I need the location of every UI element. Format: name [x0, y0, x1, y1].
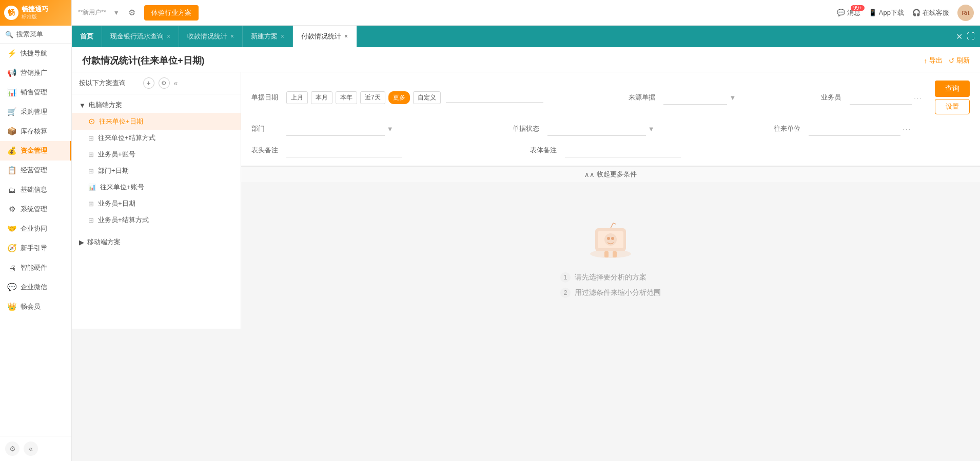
marketing-icon: 📢 [7, 68, 16, 77]
scheme-item-staff-date[interactable]: ⊞ 业务员+日期 [72, 195, 241, 212]
partner-label: 往来单位 [774, 124, 802, 133]
corp-wechat-icon: 💬 [7, 283, 16, 292]
trial-industry-btn[interactable]: 体验行业方案 [144, 5, 199, 21]
collapse-conditions-btn[interactable]: ∧∧ 收起更多条件 [241, 166, 980, 182]
date-this-month-btn[interactable]: 本月 [311, 91, 332, 104]
staff-more-icon[interactable]: ··· [914, 94, 923, 102]
scheme-desktop-header[interactable]: ▼ 电脑端方案 [72, 97, 241, 113]
scheme-item-staff-account[interactable]: ⊞ 业务员+账号 [72, 146, 241, 163]
topbar-dropdown-arrow[interactable]: ▼ [113, 9, 120, 16]
sidebar-item-guide[interactable]: 🧭 新手引导 [0, 238, 71, 258]
sidebar-item-system[interactable]: ⚙ 系统管理 [0, 199, 71, 219]
scheme-item-label: 往来单位+结算方式 [98, 133, 155, 143]
sidebar-item-label: 快捷导航 [21, 49, 47, 58]
tab-new-scheme[interactable]: 新建方案 × [243, 26, 293, 47]
date-custom-btn[interactable]: 自定义 [413, 91, 441, 104]
tab-home[interactable]: 首页 [72, 26, 102, 47]
scheme-desktop-section: ▼ 电脑端方案 ⊙ 往来单位+日期 ⊞ 往来单位+结算方式 ⊞ 业务员+账号 [72, 94, 241, 231]
scheme-item-partner-account[interactable]: 📊 往来单位+账号 [72, 179, 241, 195]
sidebar-item-corp-collab[interactable]: 🤝 企业协同 [0, 219, 71, 238]
topbar-gear-btn[interactable]: ⚙ [125, 6, 139, 20]
sidebar-item-capital[interactable]: 💰 资金管理 [0, 141, 71, 161]
svg-rect-7 [613, 251, 617, 257]
tab-new-scheme-close[interactable]: × [281, 33, 284, 40]
date-range-input[interactable]: 2022-01-01 至 2022-12-31 [446, 93, 543, 103]
app-branding: 畅捷通巧 标准版 [22, 5, 48, 21]
body-remark-input[interactable] [565, 143, 681, 157]
tab-payment-stat2[interactable]: 付款情况统计 × [293, 26, 357, 47]
tab-payment-stat2-close[interactable]: × [344, 33, 348, 40]
user-avatar[interactable]: Rit [957, 5, 974, 21]
scheme-active-icon: ⊙ [88, 116, 95, 126]
collapse-sidebar-btn[interactable]: « [24, 442, 38, 456]
app-logo: 畅 [4, 6, 18, 20]
scheme-mobile-header[interactable]: ▶ 移动端方案 [72, 234, 241, 250]
sidebar-item-corp-wechat[interactable]: 💬 企业微信 [0, 277, 71, 297]
sidebar-item-purchase[interactable]: 🛒 采购管理 [0, 102, 71, 122]
tab-fullscreen-btn[interactable]: ⛶ [967, 32, 975, 41]
scheme-item-partner-settlement[interactable]: ⊞ 往来单位+结算方式 [72, 130, 241, 146]
doc-remark-input[interactable] [286, 143, 402, 157]
filter-settings-btn[interactable]: 设置 [935, 99, 970, 114]
app-download-btn[interactable]: 📱 App下载 [869, 8, 904, 17]
scheme-item-dept-date[interactable]: ⊞ 部门+日期 [72, 163, 241, 179]
chevron-up-icon: ∧∧ [584, 171, 595, 178]
sidebar-item-operation[interactable]: 📋 经营管理 [0, 161, 71, 180]
tab-payment-stats[interactable]: 收款情况统计 × [179, 26, 243, 47]
refresh-label: 刷新 [956, 56, 970, 65]
scheme-settings-btn[interactable]: ⚙ [159, 77, 170, 89]
sidebar-item-quick-nav[interactable]: ⚡ 快捷导航 [0, 44, 71, 63]
collapse-label: 收起更多条件 [597, 170, 637, 179]
scheme-collapse-btn[interactable]: « [174, 79, 234, 87]
customer-service-label: 在线客服 [923, 8, 949, 17]
system-icon: ⚙ [7, 205, 16, 214]
customer-service-btn[interactable]: 🎧 在线客服 [912, 8, 949, 17]
sidebar-item-vip[interactable]: 👑 畅会员 [0, 297, 71, 316]
scheme-item-label: 业务员+结算方式 [98, 215, 149, 225]
scheme-item-label: 往来单位+账号 [100, 183, 144, 192]
message-btn[interactable]: 💬 消息 99+ [837, 8, 860, 17]
sidebar-item-label: 新手引导 [21, 244, 47, 253]
export-btn[interactable]: ↑ 导出 [924, 56, 943, 65]
query-btn[interactable]: 查询 [935, 81, 970, 97]
app-name: 畅捷通巧 [22, 5, 48, 13]
svg-rect-6 [604, 251, 609, 257]
sidebar-item-label: 基础信息 [21, 185, 47, 194]
refresh-btn[interactable]: ↺ 刷新 [949, 56, 970, 65]
date-more-btn[interactable]: 更多 [388, 91, 410, 104]
scheme-item-partner-date[interactable]: ⊙ 往来单位+日期 [72, 113, 241, 130]
sidebar-item-inventory[interactable]: 📦 库存核算 [0, 122, 71, 141]
tab-cash-bank-label: 现金银行流水查询 [110, 32, 164, 41]
scheme-item-staff-settlement[interactable]: ⊞ 业务员+结算方式 [72, 212, 241, 228]
empty-state: 1 请先选择要分析的方案 2 用过滤条件来缩小分析范围 [241, 182, 980, 329]
tab-close-all-btn[interactable]: ✕ [956, 32, 963, 42]
date-this-year-btn[interactable]: 本年 [336, 91, 357, 104]
sidebar-item-basic-info[interactable]: 🗂 基础信息 [0, 180, 71, 199]
filter-row-3: 表头备注 表体备注 [251, 143, 970, 157]
tab-cash-bank-close[interactable]: × [167, 33, 170, 40]
doc-status-dropdown-icon[interactable]: ▼ [648, 125, 655, 133]
dept-dropdown-icon[interactable]: ▼ [387, 125, 394, 133]
svg-point-4 [607, 237, 610, 240]
scheme-panel-header: 按以下方案查询 + ⚙ « [72, 72, 241, 94]
sidebar-item-label: 畅会员 [21, 302, 41, 311]
settings-footer-btn[interactable]: ⚙ [5, 442, 19, 456]
date-last-month-btn[interactable]: 上月 [286, 91, 308, 104]
sidebar-nav: ⚡ 快捷导航 📢 营销推广 📊 销售管理 🛒 采购管理 📦 库存核算 💰 资金管… [0, 44, 71, 436]
scheme-add-btn[interactable]: + [143, 77, 154, 89]
scheme-item-label: 往来单位+日期 [99, 117, 143, 126]
sidebar-item-smart-hw[interactable]: 🖨 智能硬件 [0, 258, 71, 277]
tab-cash-bank[interactable]: 现金银行流水查询 × [102, 26, 179, 47]
sidebar-search[interactable]: 🔍 搜索菜单 [0, 26, 71, 44]
sidebar-item-marketing[interactable]: 📢 营销推广 [0, 63, 71, 83]
partner-more-icon[interactable]: ··· [903, 125, 911, 133]
sidebar-item-sales[interactable]: 📊 销售管理 [0, 83, 71, 102]
app-edition: 标准版 [22, 13, 48, 21]
topbar: **新用户** ▼ ⚙ 体验行业方案 💬 消息 99+ 📱 App下载 🎧 在线… [72, 0, 980, 26]
tab-payment-stats-close[interactable]: × [230, 33, 234, 40]
empty-tip-1: 1 请先选择要分析的方案 [560, 272, 661, 283]
search-icon: 🔍 [5, 31, 13, 38]
tip-text-2: 用过滤条件来缩小分析范围 [575, 288, 661, 297]
source-dropdown-icon[interactable]: ▼ [729, 94, 736, 102]
date-last-7days-btn[interactable]: 近7天 [360, 91, 385, 104]
